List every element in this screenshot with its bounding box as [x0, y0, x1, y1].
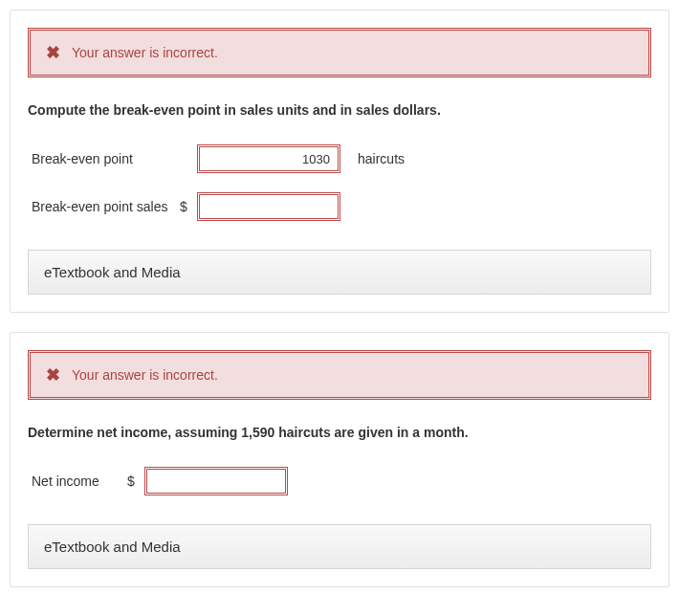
- unit-label: haircuts: [358, 151, 405, 166]
- cross-icon: ✖: [46, 44, 60, 61]
- currency-symbol: $: [127, 473, 144, 489]
- etextbook-media-bar[interactable]: eTextbook and Media: [28, 250, 651, 295]
- field-label: Break-even point sales: [32, 199, 180, 214]
- cross-icon: ✖: [46, 366, 60, 384]
- alert-text: Your answer is incorrect.: [72, 367, 218, 383]
- field-label: Net income: [32, 473, 127, 489]
- etextbook-media-bar[interactable]: eTextbook and Media: [28, 524, 651, 569]
- net-income-input[interactable]: [144, 467, 288, 495]
- question-panel-2: ✖ Your answer is incorrect. Determine ne…: [10, 332, 669, 587]
- alert-text: Your answer is incorrect.: [72, 45, 218, 60]
- currency-symbol: $: [180, 199, 197, 214]
- incorrect-alert: ✖ Your answer is incorrect.: [28, 350, 651, 400]
- field-label: Break-even point: [32, 151, 180, 166]
- question-prompt: Determine net income, assuming 1,590 hai…: [28, 425, 651, 440]
- break-even-sales-input[interactable]: [197, 192, 340, 221]
- break-even-units-row: Break-even point haircuts: [28, 144, 651, 173]
- media-bar-label: eTextbook and Media: [44, 264, 181, 280]
- question-prompt: Compute the break-even point in sales un…: [28, 102, 651, 118]
- media-bar-label: eTextbook and Media: [44, 539, 181, 555]
- break-even-units-input[interactable]: [197, 144, 340, 173]
- break-even-sales-row: Break-even point sales $: [28, 192, 651, 221]
- question-panel-1: ✖ Your answer is incorrect. Compute the …: [10, 10, 669, 313]
- incorrect-alert: ✖ Your answer is incorrect.: [28, 28, 651, 77]
- net-income-row: Net income $: [28, 467, 651, 495]
